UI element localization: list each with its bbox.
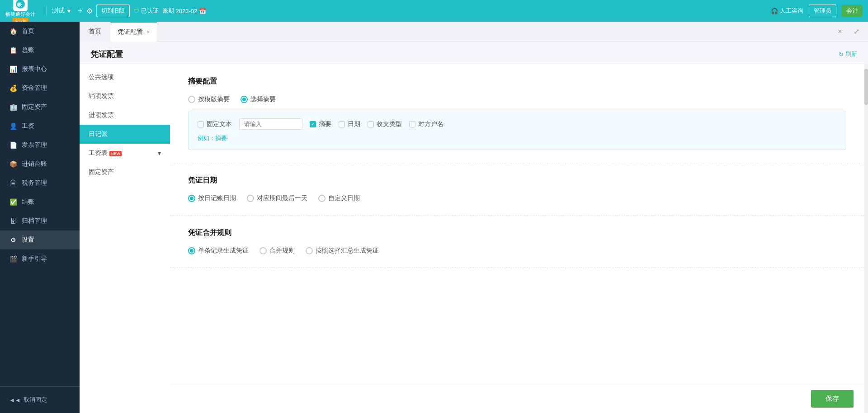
left-nav-fixed-assets[interactable]: 固定资产 (80, 163, 170, 182)
chevron-down-icon: ▾ (158, 150, 161, 157)
top-bar-right: 🎧 人工咨询 管理员 会计 (771, 5, 863, 17)
sidebar-item-closing[interactable]: ✅ 结账 (0, 192, 80, 211)
top-bar: 帐 畅捷通好会计 专业版 测试 ▾ + ⚙ 切到旧版 🛡 已认证 账期 2023… (0, 0, 868, 22)
left-nav-sales-invoice[interactable]: 销项发票 (80, 87, 170, 106)
role-button[interactable]: 会计 (842, 5, 863, 17)
sidebar-item-sales-ledger[interactable]: 📦 进销台账 (0, 155, 80, 174)
payroll-icon: 👤 (9, 122, 17, 130)
merge-rules-radio-group: 单条记录生成凭证 合并规则 按照选择汇总生成凭证 (188, 247, 846, 255)
verified-badge: 🛡 已认证 (133, 7, 159, 15)
radio-select-icon (241, 96, 248, 103)
logo: 帐 畅捷通好会计 专业版 (5, 0, 35, 25)
summary-config-box: 固定文本 摘要 日期 (188, 111, 846, 150)
invoice-mgmt-icon: 📄 (9, 141, 17, 149)
radio-select-label: 选择摘要 (250, 95, 276, 103)
sidebar-item-ledger[interactable]: 📋 总账 (0, 41, 80, 60)
checkbox-income-type[interactable]: 收支类型 (368, 120, 402, 128)
calendar-icon[interactable]: 📅 (199, 8, 206, 14)
sidebar-item-newbie[interactable]: 🎬 新手引导 (0, 249, 80, 268)
left-nav-purchase-invoice[interactable]: 进项发票 (80, 106, 170, 125)
content-area: 首页 凭证配置 × × ⤢ 凭证配置 ↻ 刷新 (80, 22, 868, 413)
checkbox-fixed-text-icon (198, 121, 204, 127)
close-window-button[interactable]: × (834, 25, 846, 38)
sidebar-item-funds[interactable]: 💰 资金管理 (0, 79, 80, 98)
left-nav-public[interactable]: 公共选项 (80, 68, 170, 87)
period-info: 账期 2023-02 📅 (162, 7, 207, 15)
page-title: 凭证配置 (90, 49, 123, 60)
save-button[interactable]: 保存 (811, 390, 854, 408)
sales-ledger-icon: 📦 (9, 160, 17, 168)
tab-home[interactable]: 首页 (80, 22, 110, 42)
radio-last-day[interactable]: 对应期间最后一天 (247, 194, 307, 202)
radio-template-summary[interactable]: 按模版摘要 (188, 95, 230, 103)
sidebar-item-tax[interactable]: 🏛 税务管理 (0, 174, 80, 192)
svg-text:帐: 帐 (17, 2, 22, 7)
company-name: 测试 (52, 7, 65, 15)
expand-button[interactable]: ⤢ (850, 25, 863, 38)
scroll-thumb (864, 69, 868, 105)
refresh-icon: ↻ (839, 51, 844, 58)
radio-template-label: 按模版摘要 (198, 95, 230, 103)
headset-icon: 🎧 (771, 8, 778, 14)
top-bar-actions: + ⚙ (78, 6, 93, 16)
sidebar-item-settings[interactable]: ⚙ 设置 (0, 230, 80, 249)
archive-icon: 🗄 (9, 217, 17, 225)
voucher-date-title: 凭证日期 (188, 176, 846, 185)
radio-merge-rule-icon (259, 247, 267, 254)
switch-old-version-button[interactable]: 切到旧版 (96, 5, 130, 17)
radio-select-summary[interactable]: 选择摘要 (241, 95, 276, 103)
section-merge-rules: 凭证合并规则 单条记录生成凭证 合并规则 (170, 216, 864, 268)
unfix-sidebar-button[interactable]: ◄◄ 取消固定 (0, 391, 80, 408)
reports-icon: 📊 (9, 65, 17, 73)
left-nav-journal[interactable]: 日记账 (80, 125, 170, 144)
left-nav-payroll-table[interactable]: 工资表NEW ▾ (80, 144, 170, 163)
summary-config-title: 摘要配置 (188, 77, 846, 86)
page-header: 凭证配置 ↻ 刷新 (80, 42, 868, 64)
sidebar-item-invoice-mgmt[interactable]: 📄 发票管理 (0, 136, 80, 155)
radio-custom-date[interactable]: 自定义日期 (318, 194, 360, 202)
checkbox-fixed-text[interactable]: 固定文本 (198, 120, 232, 128)
sidebar-item-archive[interactable]: 🗄 归档管理 (0, 211, 80, 230)
sidebar-item-reports[interactable]: 📊 报表中心 (0, 60, 80, 79)
radio-single-record[interactable]: 单条记录生成凭证 (188, 247, 249, 255)
logo-icon: 帐 (13, 0, 28, 11)
checkbox-counterparty[interactable]: 对方户名 (409, 120, 443, 128)
assets-icon: 🏢 (9, 103, 17, 111)
dropdown-icon: ▾ (67, 7, 71, 14)
checkbox-summary[interactable]: 摘要 (310, 120, 331, 128)
fixed-text-input[interactable] (239, 118, 302, 130)
user-button[interactable]: 管理员 (809, 5, 836, 17)
radio-custom-date-icon (318, 195, 326, 202)
arrow-left-icon: ◄◄ (9, 397, 21, 404)
tab-close-button[interactable]: × (146, 29, 150, 35)
sidebar-item-assets[interactable]: 🏢 固定资产 (0, 98, 80, 117)
radio-single-record-icon (188, 247, 195, 254)
voucher-date-radio-group: 按日记账日期 对应期间最后一天 自定义日期 (188, 194, 846, 202)
radio-merge-rule[interactable]: 合并规则 (259, 247, 295, 255)
ledger-icon: 📋 (9, 46, 17, 54)
sidebar-item-payroll[interactable]: 👤 工资 (0, 117, 80, 136)
example-text: 例如：摘要 (198, 134, 837, 142)
right-scrollbar[interactable] (864, 64, 868, 413)
merge-rules-title: 凭证合并规则 (188, 228, 846, 238)
company-selector[interactable]: 测试 ▾ (52, 7, 71, 15)
sidebar-nav: 🏠 首页 📋 总账 📊 报表中心 💰 资金管理 🏢 固定资产 (0, 22, 80, 386)
sidebar-item-home[interactable]: 🏠 首页 (0, 22, 80, 41)
checkbox-date-icon (339, 121, 345, 127)
summary-options-row: 固定文本 摘要 日期 (198, 118, 837, 130)
add-button[interactable]: + (78, 6, 83, 16)
settings-button[interactable]: ⚙ (86, 7, 93, 15)
left-nav: 公共选项 销项发票 进项发票 日记账 工资表N (80, 64, 170, 413)
page-layout: 凭证配置 ↻ 刷新 公共选项 销项发票 (80, 42, 868, 413)
radio-last-day-icon (247, 195, 254, 202)
refresh-button[interactable]: ↻ 刷新 (839, 50, 857, 58)
tax-icon: 🏛 (9, 179, 17, 187)
radio-journal-date[interactable]: 按日记账日期 (188, 194, 236, 202)
customer-service-button[interactable]: 🎧 人工咨询 (771, 7, 803, 15)
radio-by-select[interactable]: 按照选择汇总生成凭证 (306, 247, 379, 255)
body-area: 公共选项 销项发票 进项发票 日记账 工资表N (80, 64, 868, 413)
tab-voucher-config[interactable]: 凭证配置 × (110, 22, 157, 42)
checkbox-counterparty-icon (409, 121, 415, 127)
radio-by-select-icon (306, 247, 313, 254)
checkbox-date[interactable]: 日期 (339, 120, 360, 128)
